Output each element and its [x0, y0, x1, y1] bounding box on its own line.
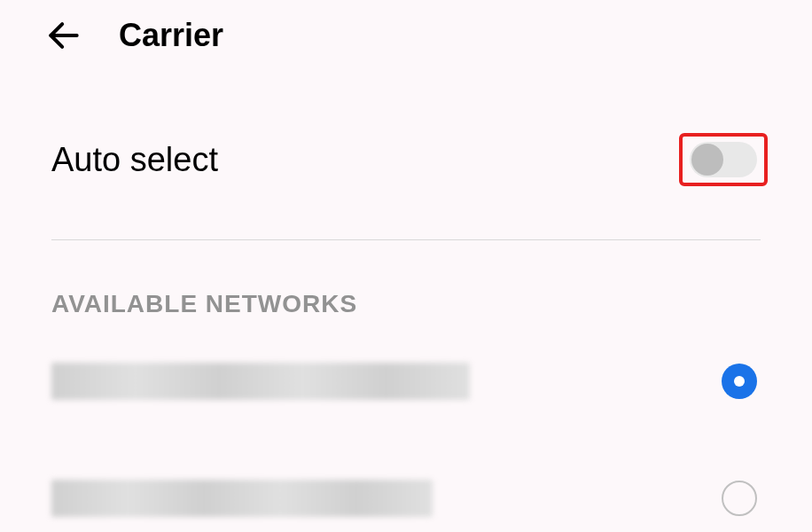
auto-select-label: Auto select	[51, 141, 218, 179]
radio-selected-icon[interactable]	[722, 364, 757, 399]
radio-unselected-icon[interactable]	[722, 481, 757, 516]
back-arrow-icon[interactable]	[44, 16, 83, 55]
network-row-1[interactable]	[0, 435, 812, 532]
header: Carrier	[0, 0, 812, 71]
auto-select-toggle-highlight[interactable]	[679, 133, 768, 186]
network-label	[51, 363, 470, 400]
auto-select-row[interactable]: Auto select	[0, 71, 812, 222]
page-title: Carrier	[119, 17, 223, 54]
available-networks-heading: AVAILABLE NETWORKS	[0, 240, 812, 318]
network-row-0[interactable]	[0, 318, 812, 435]
toggle-track	[690, 142, 757, 177]
toggle-knob	[691, 144, 723, 176]
network-label	[51, 480, 433, 517]
